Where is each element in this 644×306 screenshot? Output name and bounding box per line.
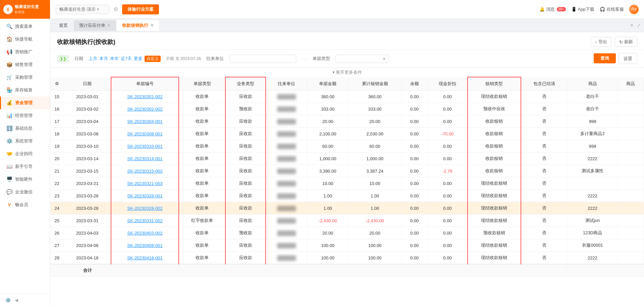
doc-no-link[interactable]: SK-20230321-003 [127, 181, 163, 186]
sidebar-item-sales[interactable]: 📦 销售管理 [0, 58, 50, 71]
sales-icon: 📦 [6, 62, 12, 68]
th-doc-type[interactable]: 单据类型 [179, 77, 226, 90]
counterparty-input[interactable] [233, 56, 273, 61]
td-amount: 20.00 [307, 227, 348, 239]
sidebar-item-guide[interactable]: 📖 新手引导 [0, 160, 50, 173]
refresh-btn[interactable]: ↻ 刷新 [615, 37, 637, 47]
setting-btn[interactable]: 设置 [619, 53, 637, 64]
doc-no-link[interactable]: SK-20230331-002 [127, 218, 163, 223]
td-doc-type: 收款单 [179, 115, 226, 128]
doc-no-link[interactable]: SK-20230328-002 [127, 206, 163, 211]
settings-icon[interactable]: ⚙️ [5, 298, 11, 303]
td-doc-no[interactable]: SK-20230302-002 [111, 103, 179, 115]
th-date[interactable]: 日期 [64, 77, 111, 90]
sidebar-item-wechat[interactable]: 💬 企业微信 [0, 186, 50, 198]
doc-no-link[interactable]: SK-20230302-002 [127, 107, 163, 112]
sidebar-item-basic[interactable]: ℹ️ 基础信息 [0, 122, 50, 135]
td-discount: 0.00 [428, 252, 468, 264]
td-biz-type: 应收款 [225, 152, 266, 165]
td-doc-no[interactable]: SK-20230308-001 [111, 128, 179, 140]
td-doc-no[interactable]: SK-20230408-001 [111, 239, 179, 252]
app-name: 畅康道好生意 [15, 4, 39, 10]
th-balance[interactable]: 余额 [401, 77, 428, 90]
doc-no-link[interactable]: SK-20230304-001 [127, 119, 163, 124]
sidebar-item-member[interactable]: V 畅会员 [0, 198, 50, 211]
tab-writeoff[interactable]: 收款核销执行 ✕ [117, 20, 159, 31]
user-avatar[interactable]: Rit [629, 5, 639, 14]
online-service-btn[interactable]: 🎧 在线客服 [600, 6, 624, 12]
app-download-btn[interactable]: 📱 App下载 [571, 6, 594, 12]
td-doc-no[interactable]: SK-20230314-001 [111, 152, 179, 165]
td-doc-no[interactable]: SK-20230310-001 [111, 140, 179, 152]
td-doc-no[interactable]: SK-20230321-003 [111, 177, 179, 190]
td-doc-no[interactable]: SK-20230403-002 [111, 227, 179, 239]
date-thisyear[interactable]: 本年 [110, 56, 119, 62]
doc-no-link[interactable]: SK-20230403-002 [127, 231, 163, 236]
gear-icon[interactable]: ⚙ [113, 6, 118, 12]
company-dropdown[interactable]: 畅康道好生意-演示 ▾ [56, 5, 109, 14]
sidebar-item-system[interactable]: ⚙️ 系统管理 [0, 135, 50, 147]
sidebar-item-inventory[interactable]: 🏪 库存核算 [0, 84, 50, 97]
query-btn[interactable]: 查询 [594, 53, 616, 63]
td-doc-no[interactable]: SK-20230315-002 [111, 165, 179, 177]
th-product2[interactable]: 商品 [618, 77, 644, 90]
sidebar-item-marketing[interactable]: 📢 营销推广 [0, 46, 50, 58]
sidebar-item-enterprise[interactable]: 🤝 企业协同 [0, 147, 50, 160]
sidebar-item-operations[interactable]: 📊 经营管理 [0, 109, 50, 122]
sidebar-item-finance[interactable]: 💰 资金管理 [0, 97, 50, 109]
app-download-label: App下载 [578, 6, 594, 12]
sidebar-label-purchase: 采购管理 [15, 74, 33, 80]
th-product1[interactable]: 商品 [568, 77, 618, 90]
td-doc-no[interactable]: SK-20230301-002 [111, 90, 179, 103]
doc-no-link[interactable]: SK-20230418-001 [127, 255, 163, 260]
collapse-icon[interactable]: ◀ [15, 298, 18, 303]
td-doc-type: 收款单 [179, 140, 226, 152]
doc-no-link[interactable]: SK-20230408-001 [127, 243, 163, 248]
td-date: 2023-04-18 [64, 252, 111, 264]
th-biz-type[interactable]: 业务类型 [225, 77, 266, 90]
export-btn[interactable]: ↑ 导出 [591, 37, 612, 47]
td-doc-no[interactable]: SK-20230328-001 [111, 190, 179, 202]
tab-receivable[interactable]: 预计应应付单 ✕ [74, 20, 116, 31]
sidebar-item-hardware[interactable]: 🖥️ 智能硬件 [0, 173, 50, 186]
th-writeoff-type[interactable]: 核销类型 [468, 77, 521, 90]
tab-receivable-close[interactable]: ✕ [107, 23, 111, 28]
th-doc-no[interactable]: 单据编号 [111, 77, 179, 90]
tab-home[interactable]: 首页 [54, 20, 73, 31]
expand-label: 展开更多条件 [336, 70, 362, 75]
td-no: 24 [50, 202, 64, 215]
th-counterparty[interactable]: 往来单位 [266, 77, 307, 90]
th-writeoff-amount[interactable]: 累计核销金额 [348, 77, 401, 90]
doc-no-link[interactable]: SK-20230310-001 [127, 144, 163, 149]
message-btn[interactable]: 🔔 消息 99+ [539, 6, 566, 12]
sidebar-item-search[interactable]: 🔍 搜索菜单 [0, 20, 50, 33]
expand-bar[interactable]: ▾ 展开更多条件 [50, 68, 644, 77]
close-window-icon[interactable]: ✕ [630, 23, 634, 28]
date-custom-btn[interactable]: 自定义 [145, 56, 161, 62]
tab-writeoff-close[interactable]: ✕ [150, 23, 154, 28]
expand-window-icon[interactable]: ⤢ [637, 23, 641, 28]
solution-btn[interactable]: 体验行业方案 [122, 4, 159, 14]
doc-no-link[interactable]: SK-20230315-002 [127, 169, 163, 174]
th-amount[interactable]: 单据金额 [307, 77, 348, 90]
doc-no-link[interactable]: SK-20230301-002 [127, 94, 163, 99]
filter-toggle-btn[interactable]: ❯❯ [57, 55, 69, 62]
doc-no-link[interactable]: SK-20230328-001 [127, 193, 163, 198]
doc-type-select[interactable]: ▾ [335, 55, 389, 63]
doc-no-link[interactable]: SK-20230314-001 [127, 156, 163, 161]
date-7days[interactable]: 近7天 [121, 56, 132, 62]
sidebar-item-quicknav[interactable]: 🏠 快捷导航 [0, 33, 50, 46]
date-thismonth[interactable]: 本月 [99, 56, 108, 62]
date-more[interactable]: 更多 [134, 56, 143, 62]
th-discount[interactable]: 现金折扣 [428, 77, 468, 90]
date-lastmonth[interactable]: 上月 [89, 56, 97, 62]
doc-no-link[interactable]: SK-20230308-001 [127, 131, 163, 136]
th-included[interactable]: 包含已结清 [521, 77, 568, 90]
counterparty-input-group[interactable] [229, 55, 296, 63]
td-doc-no[interactable]: SK-20230304-001 [111, 115, 179, 128]
td-doc-no[interactable]: SK-20230328-002 [111, 202, 179, 215]
td-doc-no[interactable]: SK-20230331-002 [111, 215, 179, 227]
th-settings[interactable]: ⚙ [50, 77, 64, 90]
sidebar-item-purchase[interactable]: 🛒 采购管理 [0, 71, 50, 84]
td-doc-no[interactable]: SK-20230418-001 [111, 252, 179, 264]
